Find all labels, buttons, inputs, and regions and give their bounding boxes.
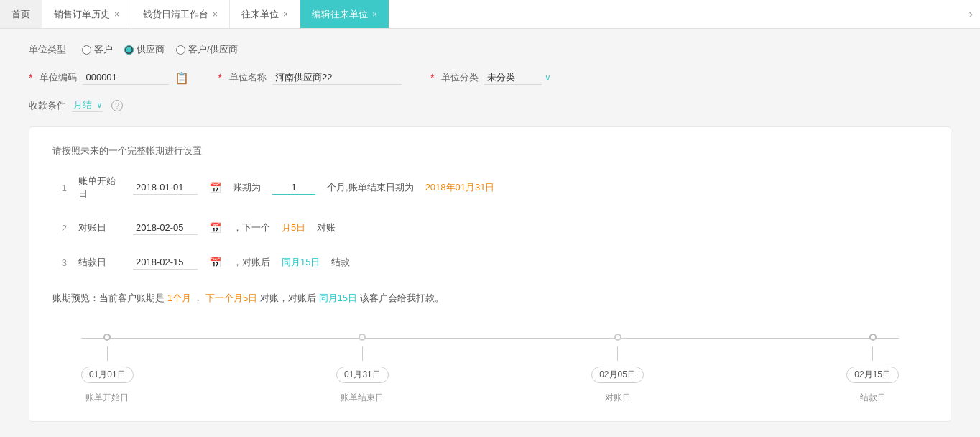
row-1-period-unit: 个月,账单结束日期为	[327, 181, 414, 194]
payment-terms-select-wrapper: 月结 ∨	[72, 99, 103, 112]
row-1-num: 1	[52, 183, 67, 193]
radio-both-input[interactable]	[176, 45, 185, 55]
timeline-label-0: 账单开始日	[85, 392, 129, 404]
timeline-badge-3: 02月15日	[846, 367, 899, 383]
timeline-badge-1: 01月31日	[336, 367, 389, 383]
row-1-end-date: 2018年01月31日	[425, 181, 495, 194]
timeline-items: 01月01日 账单开始日 01月31日 账单结束日 02月05日 对账日	[52, 334, 928, 404]
tab-cash-ledger-label: 钱货日清工作台	[143, 8, 208, 21]
preview-part1: 1个月	[167, 293, 191, 303]
timeline-item-3: 02月15日 结款日	[846, 334, 899, 404]
unit-code-label: 单位编码	[40, 71, 77, 84]
payment-terms-select[interactable]: 月结	[72, 99, 93, 110]
row-3-suffix-highlight: 同月15日	[282, 256, 320, 269]
tab-home-label: 首页	[11, 8, 30, 21]
payment-terms-field: 收款条件 月结 ∨ ?	[29, 99, 123, 112]
tab-cash-ledger[interactable]: 钱货日清工作台 ×	[131, 0, 230, 28]
tab-nav-right-icon[interactable]: ›	[969, 6, 980, 22]
setting-row-3: 3 结款日 📅 ，对账后 同月15日 结款	[52, 255, 928, 270]
preview-part2: 下一个月5日	[205, 293, 257, 303]
row-2-suffix-pre: ，下一个	[233, 221, 270, 234]
unit-type-label: 单位类型	[29, 43, 66, 56]
row-2-date-input[interactable]	[133, 221, 198, 235]
timeline-dot-line-2	[617, 346, 618, 361]
unit-code-required: *	[29, 72, 32, 83]
tab-sales-order[interactable]: 销售订单历史 ×	[42, 0, 131, 28]
tab-home[interactable]: 首页	[0, 0, 42, 28]
setting-row-2: 2 对账日 📅 ，下一个 月5日 对账	[52, 221, 928, 235]
radio-supplier[interactable]: 供应商	[124, 43, 165, 56]
payment-terms-label: 收款条件	[29, 99, 66, 112]
unit-category-select[interactable]: 未分类	[484, 70, 542, 85]
unit-fields-row: * 单位编码 📋 * 单位名称 * 单位分类 未分类 ∨	[29, 70, 951, 85]
timeline-label-3: 结款日	[860, 392, 886, 404]
timeline-item-2: 02月05日 对账日	[591, 334, 644, 404]
radio-customer-input[interactable]	[82, 45, 91, 55]
unit-category-select-wrapper: 未分类 ∨	[484, 70, 551, 85]
preview-prefix: 账期预览：当前客户账期是	[52, 293, 165, 303]
unit-category-field: * 单位分类 未分类 ∨	[430, 70, 551, 85]
unit-name-required: *	[218, 72, 221, 83]
row-3-num: 3	[52, 257, 67, 268]
timeline-dot-1	[359, 334, 366, 341]
tab-partner-units-close[interactable]: ×	[283, 10, 288, 19]
unit-name-field: * 单位名称	[218, 70, 401, 85]
preview-part3: 同月15日	[319, 293, 357, 303]
radio-customer[interactable]: 客户	[82, 43, 113, 56]
row-2-suffix-highlight: 月5日	[282, 221, 305, 234]
info-box-title: 请按照未来的一个完整帐期进行设置	[52, 144, 928, 157]
row-2-suffix-post: 对账	[317, 221, 336, 234]
tab-sales-order-label: 销售订单历史	[54, 8, 110, 21]
payment-terms-help-icon[interactable]: ?	[111, 100, 123, 111]
row-3-date-input[interactable]	[133, 255, 198, 270]
preview-mid2: 对账，对账后	[260, 293, 316, 303]
tab-edit-partner-label: 编辑往来单位	[312, 8, 368, 21]
timeline-badge-2: 02月05日	[591, 367, 644, 383]
tab-partner-units-label: 往来单位	[241, 8, 279, 21]
row-1-period-input[interactable]	[272, 180, 315, 196]
timeline-badge-0: 01月01日	[81, 367, 134, 383]
tab-sales-order-close[interactable]: ×	[114, 10, 119, 19]
radio-both[interactable]: 客户/供应商	[176, 43, 238, 56]
row-1-calendar-icon[interactable]: 📅	[209, 182, 221, 193]
main-content: 单位类型 客户 供应商 客户/供应商 * 单位编码 📋 * 单位名称 * 单位	[0, 29, 980, 437]
row-2-num: 2	[52, 223, 67, 234]
timeline-label-2: 对账日	[605, 392, 631, 404]
payment-terms-chevron-icon: ∨	[96, 100, 103, 110]
unit-category-required: *	[430, 72, 434, 83]
row-3-suffix-pre: ，对账后	[233, 256, 270, 269]
unit-category-label: 单位分类	[441, 71, 479, 84]
timeline-label-1: 账单结束日	[341, 392, 384, 404]
timeline-dot-line-1	[362, 346, 363, 361]
unit-name-input[interactable]	[272, 70, 402, 85]
tab-edit-partner[interactable]: 编辑往来单位 ×	[300, 0, 389, 28]
timeline-dot-2	[614, 334, 621, 341]
timeline-item-0: 01月01日 账单开始日	[81, 334, 134, 404]
row-2-calendar-icon[interactable]: 📅	[209, 222, 221, 234]
timeline-dot-0	[103, 334, 111, 341]
row-2-label: 对账日	[78, 221, 121, 234]
row-1-period-label: 账期为	[233, 181, 261, 194]
radio-customer-label: 客户	[94, 43, 113, 56]
row-1-label: 账单开始日	[78, 175, 121, 201]
unit-code-input[interactable]	[83, 70, 169, 85]
timeline-dot-line-0	[107, 346, 108, 361]
radio-supplier-label: 供应商	[137, 43, 165, 56]
timeline-dot-3	[869, 334, 877, 341]
radio-both-label: 客户/供应商	[188, 43, 238, 56]
tab-edit-partner-close[interactable]: ×	[372, 10, 377, 19]
tab-cash-ledger-close[interactable]: ×	[213, 10, 218, 19]
timeline-item-1: 01月31日 账单结束日	[336, 334, 389, 404]
tab-partner-units[interactable]: 往来单位 ×	[230, 0, 300, 28]
payment-terms-row: 收款条件 月结 ∨ ?	[29, 99, 951, 112]
unit-name-label: 单位名称	[229, 71, 267, 84]
tabs-bar: 首页 销售订单历史 × 钱货日清工作台 × 往来单位 × 编辑往来单位 × ›	[0, 0, 980, 29]
setting-row-1: 1 账单开始日 📅 账期为 个月,账单结束日期为 2018年01月31日	[52, 175, 928, 201]
timeline-wrapper: 01月01日 账单开始日 01月31日 账单结束日 02月05日 对账日	[52, 326, 928, 404]
unit-code-field: * 单位编码 📋	[29, 70, 189, 85]
row-3-calendar-icon[interactable]: 📅	[209, 257, 221, 268]
account-preview: 账期预览：当前客户账期是 1个月 ， 下一个月5日 对账，对账后 同月15日 该…	[52, 290, 928, 306]
unit-code-icon[interactable]: 📋	[175, 71, 189, 85]
row-1-date-input[interactable]	[133, 180, 198, 195]
radio-supplier-input[interactable]	[124, 45, 134, 55]
